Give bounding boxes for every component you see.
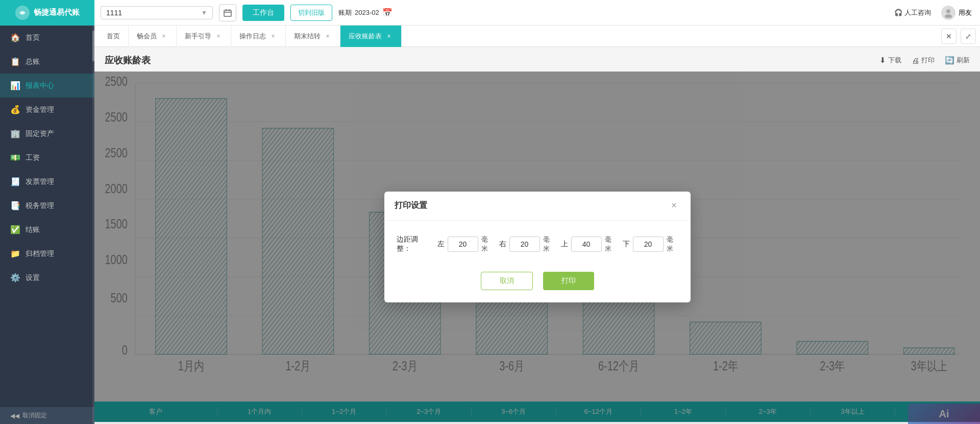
tab-home[interactable]: 首页 [99,26,129,47]
left-margin-label: 左 [437,240,445,249]
tax-icon: 📑 [10,201,20,210]
sidebar-item-ledger[interactable]: 📋 总账 [0,50,94,74]
settings-icon: ⚙️ [10,273,20,282]
download-label: 下载 [888,56,901,65]
modal-overlay: 打印设置 × 边距调整： 左 毫米 [94,72,980,422]
funds-icon: 💰 [10,105,20,114]
home-icon: 🏠 [10,33,20,42]
svg-point-4 [946,9,950,13]
sidebar-item-label-invoice: 发票管理 [26,177,54,186]
top-header: 畅捷通易代账 1111 ▼ 工作台 切到旧版 账期 2023-02 📅 🎧 人工… [0,0,980,26]
right-margin-label: 右 [499,240,506,249]
period-calendar-icon[interactable]: 📅 [382,8,393,17]
left-margin-unit: 毫米 [481,235,493,253]
bottom-margin-label: 下 [623,240,630,249]
sidebar-item-label-ledger: 总账 [26,57,40,66]
tab-guide-label: 新手引导 [185,32,211,41]
bottom-margin-input[interactable] [633,237,664,252]
collapse-bar[interactable]: ◀◀ 取消固定 [0,407,94,424]
dialog-close-button[interactable]: × [668,200,680,212]
main-layout: 🏠 首页 📋 总账 📊 报表中心 💰 资金管理 🏢 固定资产 💵 工资 🧾 发票… [0,26,980,424]
print-label: 打印 [921,56,935,65]
tab-period[interactable]: 期末结转 × [286,26,340,47]
print-settings-dialog: 打印设置 × 边距调整： 左 毫米 [384,192,691,302]
company-name: 1111 [106,9,197,17]
left-margin-group: 左 毫米 [437,235,493,253]
print-button[interactable]: 🖨 打印 [912,56,935,65]
tab-guide[interactable]: 新手引导 × [177,26,231,47]
sidebar-item-reports[interactable]: 📊 报表中心 [0,74,94,98]
page-actions: ⬇ 下载 🖨 打印 🔄 刷新 [879,56,970,65]
collapse-label: 取消固定 [22,411,47,420]
sidebar-item-checkout[interactable]: ✅ 结账 [0,218,94,242]
consulting-button[interactable]: 🎧 人工咨询 [894,8,931,17]
tab-period-close[interactable]: × [324,32,332,40]
sidebar-item-label-assets: 固定资产 [26,129,54,138]
tab-close-window-button[interactable]: ✕ [941,29,957,44]
sidebar-item-label-home: 首页 [26,33,40,42]
company-selector[interactable]: 1111 ▼ [101,6,213,19]
page-content: 应收账龄表 ⬇ 下载 🖨 打印 🔄 刷新 [94,47,980,424]
dialog-footer: 取消 打印 [384,264,691,302]
dialog-header: 打印设置 × [384,192,691,221]
accounting-period-label: 账期 [338,8,352,17]
sidebar-item-settings[interactable]: ⚙️ 设置 [0,266,94,290]
tab-log[interactable]: 操作日志 × [231,26,286,47]
consulting-label: 人工咨询 [904,8,931,17]
tab-member-label: 畅会员 [137,32,157,41]
sidebar-item-invoice[interactable]: 🧾 发票管理 [0,170,94,194]
invoice-icon: 🧾 [10,177,20,186]
chevron-down-icon: ▼ [201,9,207,16]
right-margin-unit: 毫米 [543,235,555,253]
accounting-period-value: 2023-02 [355,9,379,16]
accounting-period: 账期 2023-02 📅 [338,8,393,17]
download-icon: ⬇ [879,56,886,65]
tab-aging-label: 应收账龄表 [349,32,382,41]
sidebar-item-label-reports: 报表中心 [26,81,54,90]
avatar [941,6,955,20]
dialog-print-button[interactable]: 打印 [543,272,594,290]
top-margin-unit: 毫米 [605,235,617,253]
margin-row: 边距调整： 左 毫米 右 毫米 [397,235,678,253]
cancel-button[interactable]: 取消 [481,272,533,290]
sidebar-item-label-archive: 归档管理 [26,249,54,258]
logo-area: 畅捷通易代账 [0,0,94,26]
bottom-margin-group: 下 毫米 [623,235,678,253]
refresh-label: 刷新 [957,56,970,65]
sidebar-item-label-funds: 资金管理 [26,105,54,114]
workbench-button[interactable]: 工作台 [242,5,284,21]
sidebar-item-label-salary: 工资 [26,153,40,162]
logo-text: 畅捷通易代账 [34,8,80,17]
salary-icon: 💵 [10,153,20,162]
tab-log-close[interactable]: × [269,32,277,40]
sidebar: 🏠 首页 📋 总账 📊 报表中心 💰 资金管理 🏢 固定资产 💵 工资 🧾 发票… [0,26,94,424]
sidebar-item-assets[interactable]: 🏢 固定资产 [0,122,94,146]
user-area[interactable]: 用友 [941,6,972,20]
left-margin-input[interactable] [448,237,478,252]
tab-aging-close[interactable]: × [385,32,393,40]
download-button[interactable]: ⬇ 下载 [879,56,901,65]
sidebar-item-tax[interactable]: 📑 税务管理 [0,194,94,218]
tab-maximize-button[interactable]: ⤢ [961,29,976,44]
dialog-body: 边距调整： 左 毫米 右 毫米 [384,221,691,264]
refresh-button[interactable]: 🔄 刷新 [945,56,970,65]
tab-guide-close[interactable]: × [214,32,223,40]
page-title: 应收账龄表 [105,54,151,66]
sidebar-item-funds[interactable]: 💰 资金管理 [0,98,94,122]
tab-member[interactable]: 畅会员 × [129,26,177,47]
sidebar-item-label-settings: 设置 [26,273,40,282]
tab-period-label: 期末结转 [294,32,321,41]
calendar-button[interactable] [219,4,236,21]
top-margin-label: 上 [561,240,568,249]
sidebar-item-archive[interactable]: 📁 归档管理 [0,242,94,266]
tab-member-close[interactable]: × [160,32,168,40]
switch-old-button[interactable]: 切到旧版 [290,5,332,21]
margin-adjust-label: 边距调整： [397,235,431,253]
top-margin-input[interactable] [571,237,602,252]
right-margin-input[interactable] [509,237,540,252]
sidebar-item-salary[interactable]: 💵 工资 [0,146,94,170]
collapse-icon: ◀◀ [10,412,19,419]
sidebar-item-home[interactable]: 🏠 首页 [0,26,94,50]
tab-aging[interactable]: 应收账龄表 × [340,26,402,47]
svg-point-5 [945,14,952,18]
